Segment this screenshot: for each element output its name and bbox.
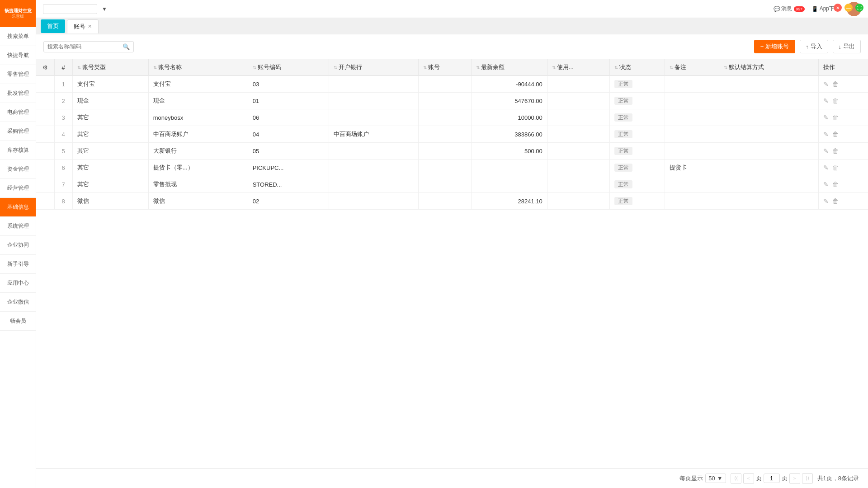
- tab-close-icon[interactable]: ✕: [88, 23, 92, 29]
- edit-button[interactable]: ✎: [823, 147, 829, 155]
- row-type-cell: 其它: [72, 160, 148, 176]
- row-default-settle-cell: [719, 76, 818, 93]
- row-bank-cell: [329, 76, 419, 93]
- sidebar-item-purchase[interactable]: 采购管理: [0, 122, 36, 141]
- row-type-cell: 微信: [72, 193, 148, 210]
- message-label: 消息: [781, 5, 792, 13]
- row-name-cell: moneybosx: [148, 109, 248, 126]
- sidebar-item-label: 批发管理: [2, 89, 33, 97]
- row-default-settle-cell: [719, 193, 818, 210]
- row-type-cell: 其它: [72, 126, 148, 143]
- row-balance-cell: [471, 160, 547, 176]
- delete-button[interactable]: 🗑: [832, 164, 839, 171]
- delete-button[interactable]: 🗑: [832, 197, 839, 205]
- col-name[interactable]: ⇅账号名称: [148, 59, 248, 76]
- delete-button[interactable]: 🗑: [832, 131, 839, 138]
- row-account-cell: [419, 76, 471, 93]
- col-usage[interactable]: ⇅使用...: [547, 59, 609, 76]
- row-name-cell: 中百商场账户: [148, 126, 248, 143]
- sidebar-item-inventory[interactable]: 库存核算: [0, 141, 36, 160]
- edit-button[interactable]: ✎: [823, 131, 829, 138]
- logo-text: 畅捷通财生意: [5, 8, 32, 14]
- sidebar-item-retail[interactable]: 零售管理: [0, 65, 36, 84]
- row-action-cell: ✎ 🗑: [819, 193, 868, 210]
- per-page-dropdown[interactable]: 50 ▼: [705, 474, 726, 483]
- sidebar-item-app-center[interactable]: 应用中心: [0, 274, 36, 293]
- delete-button[interactable]: 🗑: [832, 114, 839, 121]
- chevron-down-icon: ▼: [102, 6, 107, 12]
- topbar-search-input[interactable]: [43, 4, 97, 14]
- table-row: 7 其它 零售抵现 STORED... 正常 ✎ 🗑: [36, 176, 868, 193]
- row-remark-cell: [665, 176, 719, 193]
- sidebar-item-wechat[interactable]: 企业微信: [0, 293, 36, 312]
- col-status[interactable]: ⇅状态: [609, 59, 665, 76]
- sidebar-item-member[interactable]: 畅会员: [0, 312, 36, 331]
- row-bank-cell: [329, 143, 419, 160]
- row-settings-cell: [36, 76, 54, 93]
- row-code-cell: 03: [248, 76, 329, 93]
- sidebar-item-basic[interactable]: 基础信息: [0, 198, 36, 217]
- row-status-cell: 正常: [609, 126, 665, 143]
- row-settings-cell: [36, 109, 54, 126]
- delete-button[interactable]: 🗑: [832, 80, 839, 88]
- first-page-button[interactable]: ⟨⟨: [731, 473, 741, 484]
- row-default-settle-cell: [719, 143, 818, 160]
- row-action-cell: ✎ 🗑: [819, 176, 868, 193]
- page-input[interactable]: [764, 474, 780, 483]
- row-code-cell: 06: [248, 109, 329, 126]
- new-account-button[interactable]: + 新增账号: [754, 40, 795, 53]
- sidebar-item-system[interactable]: 系统管理: [0, 217, 36, 236]
- row-code-cell: STORED...: [248, 176, 329, 193]
- sidebar-item-search[interactable]: 搜索菜单: [0, 27, 36, 46]
- sidebar-item-label: 资金管理: [2, 165, 33, 173]
- col-remark[interactable]: ⇅备注: [665, 59, 719, 76]
- row-usage-cell: [547, 193, 609, 210]
- row-remark-cell: [665, 109, 719, 126]
- delete-button[interactable]: 🗑: [832, 97, 839, 104]
- delete-button[interactable]: 🗑: [832, 147, 839, 155]
- row-balance-cell: 500.00: [471, 143, 547, 160]
- prev-page-button[interactable]: ＜: [743, 473, 754, 484]
- row-action-cell: ✎ 🗑: [819, 76, 868, 93]
- col-code[interactable]: ⇅账号编码: [248, 59, 329, 76]
- edit-button[interactable]: ✎: [823, 181, 829, 188]
- window-maximize-button[interactable]: ⛶: [855, 4, 863, 12]
- sidebar-item-agreement[interactable]: 企业协同: [0, 236, 36, 255]
- edit-button[interactable]: ✎: [823, 114, 829, 121]
- row-status-cell: 正常: [609, 176, 665, 193]
- row-name-cell: 支付宝: [148, 76, 248, 93]
- row-settings-cell: [36, 193, 54, 210]
- sidebar-item-capital[interactable]: 资金管理: [0, 160, 36, 179]
- search-icon[interactable]: 🔍: [123, 43, 130, 50]
- col-balance[interactable]: ⇅最新余额: [471, 59, 547, 76]
- col-default-settle[interactable]: ⇅默认结算方式: [719, 59, 818, 76]
- sidebar-item-wholesale[interactable]: 批发管理: [0, 84, 36, 103]
- delete-button[interactable]: 🗑: [832, 181, 839, 188]
- topbar-dropdown[interactable]: ▼: [102, 6, 107, 12]
- tab-home[interactable]: 首页: [41, 19, 65, 33]
- row-default-settle-cell: [719, 109, 818, 126]
- import-button[interactable]: ↑ 导入: [800, 40, 828, 53]
- sidebar-item-ecommerce[interactable]: 电商管理: [0, 103, 36, 122]
- sidebar-item-operation[interactable]: 经营管理: [0, 179, 36, 198]
- col-type[interactable]: ⇅账号类型: [72, 59, 148, 76]
- col-bank[interactable]: ⇅开户银行: [329, 59, 419, 76]
- edit-button[interactable]: ✎: [823, 197, 829, 205]
- last-page-button[interactable]: ⟩⟩: [802, 473, 813, 484]
- export-button[interactable]: ↓ 导出: [833, 40, 861, 53]
- window-minimize-button[interactable]: —: [844, 4, 853, 12]
- col-account[interactable]: ⇅账号: [419, 59, 471, 76]
- window-close-button[interactable]: ✕: [834, 4, 842, 12]
- col-settings[interactable]: ⚙: [36, 59, 54, 76]
- message-button[interactable]: 💬 消息 99+: [774, 5, 804, 13]
- sidebar-item-guide[interactable]: 新手引导: [0, 255, 36, 274]
- edit-button[interactable]: ✎: [823, 97, 829, 104]
- row-balance-cell: 28241.10: [471, 193, 547, 210]
- edit-button[interactable]: ✎: [823, 80, 829, 88]
- search-input[interactable]: [47, 43, 120, 50]
- next-page-button[interactable]: ＞: [789, 473, 800, 484]
- sidebar-item-shortcut[interactable]: 快捷导航: [0, 46, 36, 65]
- tab-accounts[interactable]: 账号 ✕: [67, 19, 99, 33]
- edit-button[interactable]: ✎: [823, 164, 829, 171]
- row-status-cell: 正常: [609, 160, 665, 176]
